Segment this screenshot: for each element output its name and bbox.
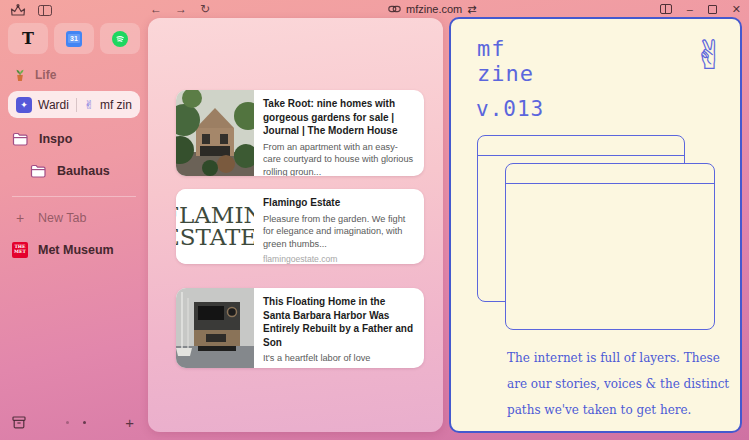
- peace-hand-small-icon: ✌: [84, 98, 94, 112]
- folder-icon: [12, 132, 29, 146]
- space-page-dots[interactable]: [66, 421, 86, 424]
- article-description: Pleasure from the garden. We fight for e…: [263, 213, 415, 251]
- reload-button[interactable]: ↻: [200, 2, 210, 16]
- split-tab-divider: [76, 98, 77, 112]
- browser-window: ← → ↻ mfzine.com ⇄ – ✕ T: [0, 0, 749, 440]
- article-card-modern-house[interactable]: Take Root: nine homes with gorgeous gard…: [176, 90, 424, 176]
- article-thumbnail-floating-home: [176, 288, 254, 368]
- minimize-button[interactable]: –: [687, 3, 693, 15]
- article-thumbnail-flamingo-logo: FLAMINGO ESTATE: [176, 189, 254, 264]
- forward-button[interactable]: →: [175, 2, 187, 16]
- space-label: Life: [35, 68, 56, 82]
- split-tab-mfzine[interactable]: ✌ mf zine: [84, 98, 132, 112]
- article-card-flamingo-estate[interactable]: FLAMINGO ESTATE Flamingo Estate Pleasure…: [176, 189, 424, 264]
- sidebar-folder-bauhaus[interactable]: Bauhaus: [30, 160, 148, 182]
- link-icon: [388, 5, 401, 13]
- split-tab-pill: ✦ Wardin... ✌ mf zine: [8, 91, 140, 118]
- zine-title: mf zine: [477, 37, 534, 86]
- folder-bauhaus-label: Bauhaus: [57, 164, 110, 178]
- url-text: mfzine.com: [406, 3, 462, 15]
- article-title: Take Root: nine homes with gorgeous gard…: [263, 97, 415, 138]
- split-tab-wardin[interactable]: ✦ Wardin...: [16, 97, 69, 113]
- nyt-icon: T: [22, 29, 34, 48]
- sidebar-folder-inspo[interactable]: Inspo: [12, 128, 148, 150]
- sidebar-footer: +: [12, 414, 134, 431]
- new-tab-label: New Tab: [38, 211, 86, 225]
- space-dot-1[interactable]: [66, 421, 69, 424]
- new-tab-button[interactable]: + New Tab: [12, 207, 148, 229]
- space-dot-2[interactable]: [83, 421, 86, 424]
- wardin-site-icon: ✦: [16, 97, 32, 113]
- folder-icon: [30, 164, 47, 178]
- sidebar-divider: [12, 196, 136, 197]
- sidebar: T 31: [0, 18, 148, 440]
- met-museum-label: Met Museum: [38, 243, 114, 257]
- article-thumbnail-house: [176, 90, 254, 176]
- zine-version: v.013: [476, 97, 544, 121]
- maximize-button[interactable]: [708, 5, 717, 14]
- met-museum-icon: THE MET: [12, 242, 28, 258]
- window-outline-front: [505, 163, 715, 330]
- reader-page: Take Root: nine homes with gorgeous gard…: [148, 18, 443, 432]
- split-view-icon[interactable]: [660, 4, 672, 14]
- close-button[interactable]: ✕: [732, 3, 741, 16]
- article-title: Flamingo Estate: [263, 196, 415, 210]
- pinned-apps-row: T 31: [8, 23, 140, 54]
- mfzine-page: mf zine v.013 ✌ The internet is full of …: [449, 17, 742, 433]
- swap-tabs-icon[interactable]: ⇄: [467, 3, 476, 16]
- spotify-icon: [112, 31, 128, 47]
- article-description: It's a heartfelt labor of love: [263, 352, 415, 365]
- article-title: This Floating Home in the Santa Barbara …: [263, 295, 415, 349]
- plus-icon: +: [12, 210, 28, 226]
- split-tab-mfzine-label: mf zine: [100, 98, 132, 112]
- add-space-button[interactable]: +: [125, 414, 134, 431]
- calendar-icon: 31: [66, 31, 82, 47]
- space-label-row[interactable]: Life: [14, 66, 148, 84]
- sidebar-item-met-museum[interactable]: THE MET Met Museum: [12, 239, 148, 261]
- titlebar: ← → ↻ mfzine.com ⇄ – ✕: [0, 0, 749, 18]
- plant-icon: [14, 68, 26, 82]
- doodle-crown-icon[interactable]: [10, 4, 26, 17]
- archive-icon[interactable]: [12, 416, 26, 429]
- article-description: From an apartment with an easy-care cour…: [263, 141, 415, 176]
- zine-tagline: The internet is full of layers. These ar…: [507, 345, 729, 423]
- article-source: flamingoestate.com: [263, 254, 415, 264]
- app-tile-calendar[interactable]: 31: [54, 23, 94, 54]
- app-tile-spotify[interactable]: [100, 23, 140, 54]
- peace-hand-icon: ✌: [692, 35, 726, 75]
- folder-inspo-label: Inspo: [39, 132, 72, 146]
- article-card-floating-home[interactable]: This Floating Home in the Santa Barbara …: [176, 288, 424, 368]
- app-tile-nyt[interactable]: T: [8, 23, 48, 54]
- split-tab-wardin-label: Wardin...: [38, 98, 69, 112]
- sidebar-toggle-icon[interactable]: [38, 5, 52, 16]
- back-button[interactable]: ←: [150, 2, 162, 16]
- url-display[interactable]: mfzine.com ⇄: [388, 0, 476, 18]
